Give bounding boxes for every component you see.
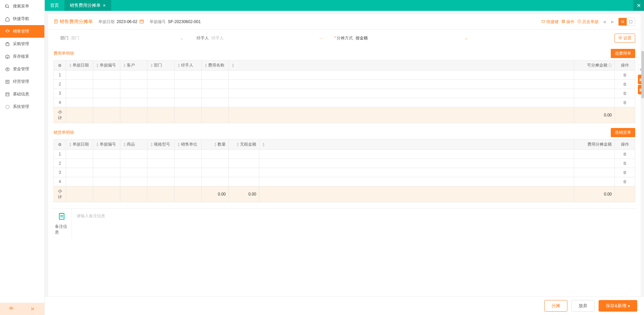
sidebar-item-search[interactable]: 搜索菜单	[0, 0, 44, 13]
basic-icon	[5, 92, 10, 97]
doc-no-value: SF-20230602-001	[168, 19, 201, 24]
delete-icon[interactable]: 🗑	[623, 179, 627, 184]
col-docno[interactable]: ▲▼单据编号	[93, 140, 120, 150]
notes-input[interactable]	[77, 214, 632, 218]
table-row[interactable]: 1🗑	[54, 150, 635, 159]
table-row[interactable]: 1🗑	[54, 71, 635, 80]
doc-date-label: 单据日期	[98, 19, 115, 25]
doc-date-field: 单据日期 2023-06-02	[98, 19, 144, 25]
col-allocatable[interactable]: 可分摊金额ⓘ	[574, 60, 615, 71]
table-row[interactable]: 2🗑	[54, 159, 635, 168]
header-row: 销售费用分摊单 单据日期 2023-06-02 单据编号 SF-20230602…	[48, 14, 641, 30]
sidebar-item-purchase[interactable]: 采购管理	[0, 38, 44, 50]
help-icon[interactable]: ⓘ	[608, 63, 612, 67]
page-title: 销售费用分摊单	[54, 19, 93, 25]
view-detail-button[interactable]	[627, 18, 635, 25]
svg-rect-26	[564, 20, 565, 21]
sidebar-item-basic[interactable]: 基础信息	[0, 88, 44, 100]
notes-side: 备注信息	[52, 209, 72, 239]
table-row[interactable]: 4🗑	[54, 177, 635, 186]
col-product[interactable]: ▲▼商品	[120, 140, 147, 150]
col-blank[interactable]: ▲▼	[229, 60, 574, 71]
sales-section-title: 销货单明细	[54, 130, 74, 135]
sidebar-item-sales[interactable]: 销售管理	[0, 25, 44, 38]
sidebar-label: 采购管理	[13, 41, 29, 47]
allocate-button[interactable]: 分摊	[544, 300, 567, 312]
delete-icon[interactable]: 🗑	[623, 100, 627, 105]
calendar-icon[interactable]	[139, 19, 144, 25]
table-row[interactable]: 3🗑	[54, 168, 635, 177]
col-gear[interactable]: ⚙	[54, 60, 66, 71]
table-row[interactable]: 3🗑	[54, 89, 635, 98]
chevron-down-icon: ⌄	[465, 36, 467, 40]
shortcut-button[interactable]: 快捷键	[541, 19, 559, 25]
gear-icon: ⚙	[58, 63, 62, 68]
scrollbar[interactable]	[641, 51, 644, 98]
col-spec[interactable]: ▲▼规格型号	[147, 140, 175, 150]
tab-expense-allocation[interactable]: 销售费用分摊单 ✕	[64, 0, 111, 11]
view-list-button[interactable]	[619, 18, 627, 25]
select-expense-button[interactable]: 选费用单	[611, 49, 635, 58]
nav-next-button[interactable]: ▶	[610, 19, 616, 24]
col-gear[interactable]: ⚙	[54, 140, 66, 150]
col-customer[interactable]: ▲▼客户	[120, 60, 147, 71]
col-blank[interactable]: ▲▼	[259, 140, 574, 150]
delete-icon[interactable]: 🗑	[623, 73, 627, 77]
svg-rect-33	[629, 20, 632, 23]
sidebar-item-finance[interactable]: 资金管理	[0, 63, 44, 75]
sales-icon	[5, 29, 10, 34]
document-icon	[54, 19, 58, 25]
delete-icon[interactable]: 🗑	[623, 82, 627, 87]
gear-icon	[618, 36, 622, 41]
page-title-text: 销售费用分摊单	[60, 19, 93, 25]
col-handler[interactable]: ▲▼经手人	[175, 60, 202, 71]
col-unit[interactable]: ▲▼销售单位	[175, 140, 202, 150]
keyboard-icon	[541, 19, 545, 24]
select-sales-button[interactable]: 选销货单	[611, 128, 635, 137]
settings-button[interactable]: 设置	[615, 34, 635, 43]
save-add-button[interactable]: 保存&新增 ▾	[599, 300, 637, 312]
table-row[interactable]: 2🗑	[54, 80, 635, 89]
nav-prev-button[interactable]: ◀	[601, 19, 607, 24]
history-button[interactable]: 历史单据	[577, 19, 599, 25]
col-dept[interactable]: ▲▼部门	[147, 60, 175, 71]
delete-icon[interactable]: 🗑	[623, 91, 627, 96]
sidebar: 搜索菜单 快捷导航 销售管理 采购管理 库存核算 资金管理 经营管理 基础信息	[0, 0, 45, 315]
doc-date-value[interactable]: 2023-06-02	[117, 19, 137, 24]
operation-icon	[5, 79, 10, 85]
col-amount[interactable]: ▲▼无税金额	[229, 140, 259, 150]
method-dropdown[interactable]: 按金额 ⌄	[356, 35, 467, 42]
col-op: 操作	[615, 140, 635, 150]
handler-dropdown[interactable]: 经手人 ···	[212, 35, 323, 42]
col-alloc[interactable]: 费用分摊金额	[574, 140, 615, 150]
tabs-close-all-button[interactable]: ✕	[633, 0, 644, 11]
sidebar-settings-button[interactable]	[0, 303, 22, 315]
delete-icon[interactable]: 🗑	[623, 152, 627, 156]
delete-icon[interactable]: 🗑	[623, 170, 627, 175]
svg-rect-25	[562, 20, 563, 21]
system-icon	[5, 104, 10, 110]
col-docno[interactable]: ▲▼单据编号	[93, 60, 120, 71]
subtotal-row: 小计0.000.000.00	[54, 186, 635, 202]
col-expense-name[interactable]: ▲▼费用名称	[202, 60, 229, 71]
sidebar-collapse-button[interactable]	[22, 303, 45, 315]
discard-button[interactable]: 放弃	[571, 300, 595, 312]
sidebar-item-nav[interactable]: 快捷导航	[0, 13, 44, 25]
delete-icon[interactable]: 🗑	[623, 161, 627, 166]
col-op: 操作	[615, 60, 635, 71]
sidebar-item-operation[interactable]: 经营管理	[0, 75, 44, 88]
sidebar-item-inventory[interactable]: 库存核算	[0, 50, 44, 63]
table-row[interactable]: 4🗑	[54, 98, 635, 107]
col-date[interactable]: ▲▼单据日期	[66, 60, 93, 71]
dept-dropdown[interactable]: 部门 ⌄	[71, 35, 183, 42]
col-date[interactable]: ▲▼单据日期	[66, 140, 93, 150]
form-row: 部门 部门 ⌄ 经手人 经手人 ··· *分摊方式 按金额	[48, 30, 641, 47]
sidebar-item-system[interactable]: 系统管理	[0, 100, 44, 113]
subtotal-amount: 0.00	[574, 107, 615, 123]
svg-point-15	[11, 308, 12, 310]
col-qty[interactable]: ▲▼数量	[202, 140, 229, 150]
close-icon[interactable]: ✕	[103, 3, 106, 8]
operation-button[interactable]: 操作	[561, 19, 575, 25]
grid-icon	[561, 19, 565, 24]
tab-home[interactable]: 首页	[45, 0, 64, 11]
